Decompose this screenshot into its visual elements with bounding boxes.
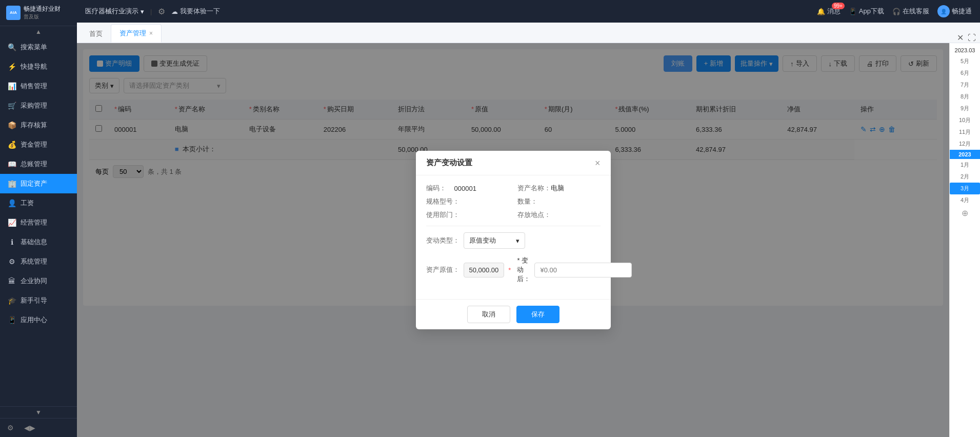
service-headset-icon: 🎧 [892, 8, 901, 15]
sidebar-item-enterprise-label: 企业协同 [21, 276, 47, 286]
sidebar-item-quicknav-label: 快捷导航 [21, 62, 47, 71]
quantity-label: 数量： [517, 197, 546, 206]
modal-header: 资产变动设置 × [416, 151, 611, 175]
tab-asset-label: 资产管理 [119, 29, 146, 38]
funds-icon: 💰 [7, 140, 16, 149]
sidebar-item-sales[interactable]: 📊 销售管理 [0, 76, 77, 96]
sidebar-item-quicknav[interactable]: ⚡ 快捷导航 [0, 57, 77, 76]
topbar-settings-icon[interactable]: ⚙ [158, 7, 165, 16]
notice-button[interactable]: 🔔 消息 99+ [817, 7, 841, 16]
tab-close-icon[interactable]: × [149, 30, 153, 37]
feedback-text: 我要体验一下 [180, 7, 220, 16]
tab-controls: ✕ ⛶ [957, 33, 976, 43]
ledger-icon: 📖 [7, 160, 16, 169]
search-icon: 🔍 [7, 43, 16, 52]
calendar-month-8[interactable]: 8月 [950, 91, 980, 103]
tab-maximize-icon[interactable]: ⛶ [968, 33, 976, 43]
tabbar: 首页 资产管理 × ✕ ⛶ [77, 23, 980, 43]
scroll-down-icon[interactable]: ▼ [35, 409, 42, 416]
settings-bottom-icon[interactable]: ⚙ [7, 424, 14, 432]
notice-bell-icon: 🔔 [817, 8, 825, 15]
calendar-month-9[interactable]: 9月 [950, 103, 980, 114]
tab-asset-management[interactable]: 资产管理 × [111, 24, 162, 43]
user-menu[interactable]: 👤 畅捷通 [937, 5, 972, 17]
sidebar-item-appstore-label: 应用中心 [21, 315, 47, 325]
save-button[interactable]: 保存 [516, 306, 559, 323]
modal-field-asset-value: 资产原值： 50,000.00 * * 变动后： [426, 256, 601, 284]
sidebar-item-payroll[interactable]: 👤 工资 [0, 193, 77, 213]
modal-info-grid: 编码： 000001 资产名称： 电脑 规格型号： [426, 184, 601, 220]
cancel-button[interactable]: 取消 [467, 306, 510, 323]
calendar-month-4[interactable]: 4月 [950, 194, 980, 206]
tab-close-window-icon[interactable]: ✕ [957, 33, 964, 43]
logo-text: 畅捷通好业财 [24, 5, 61, 13]
logo-sub: 普及版 [24, 13, 61, 21]
calendar-month-6[interactable]: 6月 [950, 67, 980, 79]
logo-icon: AtA [6, 6, 21, 20]
topbar-right: 🔔 消息 99+ 📱 App下载 🎧 在线客服 👤 畅捷通 [817, 5, 972, 17]
sidebar-item-search-label: 搜索菜单 [21, 43, 47, 52]
sidebar-item-funds[interactable]: 💰 资金管理 [0, 135, 77, 154]
department-label: 使用部门： [426, 210, 459, 220]
modal-info-department: 使用部门： [426, 210, 509, 220]
feedback-area[interactable]: ☁ 我要体验一下 [171, 7, 220, 16]
asset-value-label: 资产原值： [426, 265, 459, 274]
modal-info-location: 存放地点： [517, 210, 601, 220]
sidebar-item-purchase[interactable]: 🛒 采购管理 [0, 96, 77, 115]
sidebar-item-ledger[interactable]: 📖 总账管理 [0, 154, 77, 174]
modal-footer: 取消 保存 [416, 299, 611, 329]
calendar-month-2[interactable]: 2月 [950, 171, 980, 183]
app-download-button[interactable]: 📱 App下载 [849, 7, 884, 16]
sidebar-item-guide[interactable]: 🎓 新手引导 [0, 291, 77, 310]
collapse-icon[interactable]: ◀▶ [24, 424, 35, 432]
calendar-expand-icon[interactable]: ⊕ [962, 208, 968, 218]
calendar-month-5[interactable]: 5月 [950, 55, 980, 67]
calendar-month-1[interactable]: 1月 [950, 159, 980, 171]
topbar: 医疗器械行业演示 ▾ | ⚙ ☁ 我要体验一下 🔔 消息 99+ 📱 App下载… [77, 0, 980, 23]
asset-value-input: 50,000.00 [464, 263, 505, 277]
modal-info-name: 资产名称： 电脑 [517, 184, 601, 193]
payroll-icon: 👤 [7, 198, 16, 208]
asset-name-label: 资产名称： [517, 184, 551, 193]
basic-icon: ℹ [7, 237, 16, 247]
change-type-value: 原值变动 [469, 236, 496, 245]
sidebar-item-fixed-assets-label: 固定资产 [21, 179, 47, 188]
scroll-up-icon[interactable]: ▲ [35, 28, 42, 35]
sidebar-item-fixed-assets[interactable]: 🏢 固定资产 [0, 174, 77, 193]
scroll-down-area: ▼ [0, 406, 77, 418]
enterprise-icon: 🏛 [7, 276, 16, 286]
calendar-month-7[interactable]: 7月 [950, 79, 980, 91]
calendar-month-10[interactable]: 10月 [950, 114, 980, 126]
sidebar-item-search[interactable]: 🔍 搜索菜单 [0, 37, 77, 57]
after-change-input[interactable] [534, 263, 632, 277]
fixed-assets-icon: 🏢 [7, 179, 16, 188]
sidebar-item-enterprise[interactable]: 🏛 企业协同 [0, 271, 77, 291]
calendar-month-12[interactable]: 12月 [950, 138, 980, 150]
sidebar-item-inventory[interactable]: 📦 库存核算 [0, 115, 77, 135]
sidebar-nav: 🔍 搜索菜单 ⚡ 快捷导航 📊 销售管理 🛒 采购管理 📦 库存核算 💰 资金管… [0, 37, 77, 406]
sidebar-bottom: ⚙ ◀▶ [0, 418, 77, 437]
calendar-panel: 2023.03 5月 6月 7月 8月 9月 10月 11月 12月 2023 … [949, 43, 980, 437]
change-type-label: 变动类型： [426, 236, 459, 245]
calendar-month-3[interactable]: 3月 [950, 183, 980, 194]
modal-field-change-type: 变动类型： 原值变动 ▾ [426, 232, 601, 249]
calendar-month-11[interactable]: 11月 [950, 126, 980, 138]
tab-home[interactable]: 首页 [81, 25, 111, 43]
modal-info-spec: 规格型号： [426, 197, 509, 206]
sidebar-item-sales-label: 销售管理 [21, 82, 47, 91]
modal-info-quantity: 数量： [517, 197, 601, 206]
sidebar-item-system[interactable]: ⚙ 系统管理 [0, 252, 77, 271]
guide-icon: 🎓 [7, 296, 16, 305]
modal-close-icon[interactable]: × [595, 158, 601, 168]
sales-icon: 📊 [7, 82, 16, 91]
sidebar-item-operations-label: 经营管理 [21, 218, 47, 227]
service-button[interactable]: 🎧 在线客服 [892, 7, 929, 16]
sidebar-item-appstore[interactable]: 📱 应用中心 [0, 310, 77, 330]
company-selector[interactable]: 医疗器械行业演示 ▾ [85, 7, 144, 16]
user-avatar: 👤 [937, 5, 950, 17]
change-type-select[interactable]: 原值变动 ▾ [464, 232, 525, 249]
calendar-bottom: ⊕ [950, 206, 980, 220]
company-name: 医疗器械行业演示 [85, 7, 138, 16]
sidebar-item-operations[interactable]: 📈 经营管理 [0, 213, 77, 232]
sidebar-item-basic[interactable]: ℹ 基础信息 [0, 232, 77, 252]
